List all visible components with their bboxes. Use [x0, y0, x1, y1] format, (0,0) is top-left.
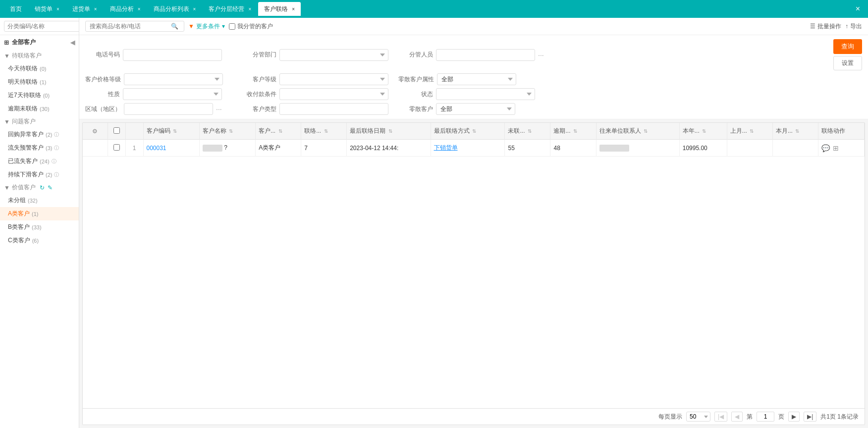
my-customers-checkbox[interactable]: 我分管的客户: [229, 22, 273, 31]
info-icon-4: ⓘ: [54, 171, 59, 178]
col-num-header: [125, 123, 143, 140]
page-input[interactable]: [757, 412, 774, 422]
tab-purchase[interactable]: 进货单 ×: [66, 2, 103, 16]
row-last-month: [727, 140, 772, 157]
person-input[interactable]: [436, 49, 535, 61]
sidebar-all-customers[interactable]: ⊞ 全部客户 ◀: [0, 35, 79, 50]
person-dots[interactable]: ···: [538, 51, 544, 59]
sidebar-item-churn-warning[interactable]: 流失预警客户 (3) ⓘ: [0, 141, 79, 155]
retail-customer-select[interactable]: 全部: [436, 103, 515, 115]
sidebar-item-unclassified[interactable]: 未分组 (32): [0, 194, 79, 207]
status-select[interactable]: [436, 88, 535, 100]
region-dots[interactable]: ···: [216, 105, 222, 113]
col-last-method-header[interactable]: 最后联络方式 ⇅: [431, 123, 505, 140]
col-this-year-header[interactable]: 本年... ⇅: [679, 123, 727, 140]
tab-customer-contact[interactable]: 客户联络 ×: [258, 2, 301, 16]
arrow-value: ▼: [4, 184, 10, 191]
sidebar-item-7days[interactable]: 近7天待联络 (0): [0, 89, 79, 102]
sidebar-item-today[interactable]: 今天待联络 (0): [0, 62, 79, 75]
filter-more-arrow: ▾: [222, 23, 225, 30]
filter-more-button[interactable]: ▼ 更多条件 ▾: [188, 22, 225, 31]
filter-search-box[interactable]: 🔍: [85, 21, 184, 32]
sort-name: ⇅: [229, 128, 233, 134]
table-gear-icon[interactable]: ⚙: [92, 128, 98, 135]
col-last-date-header[interactable]: 最后联络日期 ⇅: [347, 123, 431, 140]
col-code-header[interactable]: 客户编码 ⇅: [143, 123, 199, 140]
col-unit-contact-header[interactable]: 往来单位联系人 ⇅: [596, 123, 679, 140]
col-gear[interactable]: ⚙: [83, 123, 108, 140]
first-page-btn[interactable]: |◀: [714, 412, 727, 422]
last-page-btn[interactable]: ▶|: [804, 412, 816, 422]
batch-ops-button[interactable]: ☰ 批量操作: [810, 22, 841, 31]
row-last-method[interactable]: 下销货单: [431, 140, 505, 157]
filter-payment: 收付款条件: [242, 88, 390, 100]
retail-attr-select[interactable]: 全部: [437, 73, 516, 85]
row-contact-count: 7: [301, 140, 347, 157]
chat-icon[interactable]: 💬: [821, 144, 830, 152]
tab-sales[interactable]: 销货单 ×: [29, 2, 65, 16]
next-page-btn[interactable]: ▶: [788, 412, 800, 422]
sidebar-item-class-c[interactable]: C类客户 (6): [0, 234, 79, 247]
section-value-customers: ▼ 价值客户 ↻ ✎: [0, 181, 79, 194]
close-customer-contact-tab[interactable]: ×: [292, 6, 295, 12]
export-button[interactable]: ↑ 导出: [845, 22, 862, 31]
sidebar-item-class-b[interactable]: B类客户 (33): [0, 220, 79, 234]
query-button[interactable]: 查询: [833, 39, 862, 54]
payment-select[interactable]: [279, 88, 388, 100]
col-name-header[interactable]: 客户名称 ⇅: [199, 123, 255, 140]
close-purchase-tab[interactable]: ×: [94, 6, 97, 12]
sidebar-item-repurchase-abnormal[interactable]: 回购异常客户 (2) ⓘ: [0, 128, 79, 141]
my-customers-check[interactable]: [229, 23, 235, 30]
table-wrapper[interactable]: ⚙ 客户编码 ⇅ 客户名称: [83, 123, 865, 408]
sidebar-search-input[interactable]: [4, 21, 79, 32]
close-goods-list-tab[interactable]: ×: [193, 6, 196, 12]
close-customer-segment-tab[interactable]: ×: [248, 6, 251, 12]
col-category-header[interactable]: 客户... ⇅: [256, 123, 301, 140]
col-contact-header[interactable]: 联络... ⇅: [301, 123, 347, 140]
col-no-contact-header[interactable]: 未联... ⇅: [505, 123, 550, 140]
dept-select[interactable]: [279, 49, 388, 61]
col-last-month-header[interactable]: 上月... ⇅: [727, 123, 772, 140]
customer-type-input[interactable]: [279, 103, 388, 115]
col-this-month-header[interactable]: 本月... ⇅: [772, 123, 818, 140]
sidebar-item-tomorrow[interactable]: 明天待联络 (1): [0, 75, 79, 89]
phone-input[interactable]: [123, 49, 222, 61]
region-input[interactable]: [124, 103, 213, 115]
col-action-header: 联络动作: [818, 123, 864, 140]
section-problem-customers: ▼ 问题客户: [0, 115, 79, 128]
tab-goods-list[interactable]: 商品分析列表 ×: [148, 2, 202, 16]
tab-home[interactable]: 首页: [4, 2, 28, 16]
setting-button[interactable]: 设置: [833, 56, 862, 70]
tab-goods-analysis[interactable]: 商品分析 ×: [104, 2, 147, 16]
filter-retail-attr: 零散客户属性 全部: [398, 73, 547, 85]
close-sales-tab[interactable]: ×: [56, 6, 59, 12]
close-goods-analysis-tab[interactable]: ×: [138, 6, 141, 12]
info-icon-3: ⓘ: [52, 158, 56, 165]
sidebar-collapse-icon[interactable]: ◀: [70, 39, 75, 46]
filter-search-input[interactable]: [90, 23, 169, 30]
nature-select[interactable]: [123, 88, 222, 100]
edit-icon[interactable]: ✎: [48, 184, 53, 191]
sidebar-item-churned[interactable]: 已流失客户 (24) ⓘ: [0, 155, 79, 168]
tab-customer-segment[interactable]: 客户分层经营 ×: [203, 2, 257, 16]
info-icon-1: ⓘ: [54, 131, 59, 138]
sidebar-item-class-a[interactable]: A类客户 (1): [0, 207, 79, 220]
qr-icon[interactable]: ⊞: [833, 144, 839, 152]
sidebar-item-overdue[interactable]: 逾期未联络 (30): [0, 102, 79, 115]
sort-this-year: ⇅: [702, 128, 706, 134]
col-overdue-header[interactable]: 逾期... ⇅: [550, 123, 596, 140]
row-select-checkbox[interactable]: [113, 144, 120, 151]
customer-level-select[interactable]: [279, 73, 388, 85]
col-checkbox-header[interactable]: [108, 123, 125, 140]
select-all-checkbox[interactable]: [113, 127, 120, 134]
sidebar-item-declining[interactable]: 持续下滑客户 (2) ⓘ: [0, 168, 79, 181]
price-level-select[interactable]: [124, 73, 223, 85]
close-all-button[interactable]: ×: [852, 2, 864, 15]
refresh-icon[interactable]: ↻: [40, 184, 45, 191]
filter-customer-type: 客户类型: [242, 103, 390, 115]
page-size-select[interactable]: 50 100: [686, 412, 710, 422]
content-area: 🔍 ▼ 更多条件 ▾ 我分管的客户 ☰ 批量操作 ↑ 导出: [79, 18, 868, 428]
row-code[interactable]: 000031: [143, 140, 199, 157]
prev-page-btn[interactable]: ◀: [731, 412, 743, 422]
row-checkbox[interactable]: [108, 140, 125, 157]
